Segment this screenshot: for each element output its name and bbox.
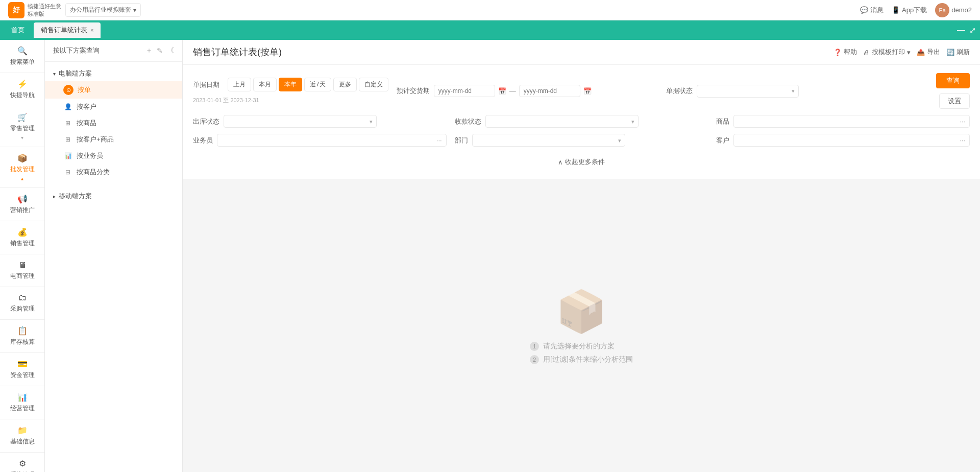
query-button[interactable]: 查询 bbox=[936, 73, 970, 88]
salesperson-more-icon: ··· bbox=[436, 136, 442, 144]
message-icon: 💬 bbox=[860, 6, 868, 14]
empty-tip-1: 1 请先选择要分析的方案 bbox=[530, 342, 633, 351]
scheme-item-by-salesperson[interactable]: 📊 按业务员 bbox=[45, 148, 182, 164]
user-menu[interactable]: Ea demo2 bbox=[935, 3, 972, 17]
top-bar: 好 畅捷通好生意 标准版 办公用品行业模拟账套 ▾ 💬 消息 📱 App下载 E… bbox=[0, 0, 980, 20]
customer-filter-input[interactable]: ··· bbox=[733, 134, 970, 147]
expected-date-end[interactable] bbox=[519, 85, 580, 97]
print-button[interactable]: 🖨 按模板打印 ▾ bbox=[863, 48, 911, 57]
sidebar-item-inventory[interactable]: 📋 库存核算 bbox=[0, 320, 44, 353]
date-btn-custom[interactable]: 自定义 bbox=[359, 78, 388, 91]
sidebar-item-search[interactable]: 🔍 搜索菜单 bbox=[0, 40, 44, 73]
download-icon: 📱 bbox=[892, 6, 900, 14]
filter-row-2: 出库状态 收款状态 商品 bbox=[193, 115, 970, 128]
date-btn-this-year[interactable]: 本年 bbox=[279, 78, 302, 91]
payment-status-select[interactable] bbox=[485, 115, 639, 128]
collapse-icon: ∧ bbox=[558, 158, 563, 166]
settings-button[interactable]: 设置 bbox=[939, 93, 970, 109]
logo-area: 好 畅捷通好生意 标准版 bbox=[8, 2, 61, 18]
refresh-button[interactable]: 🔄 刷新 bbox=[946, 48, 970, 57]
edit-scheme-button[interactable]: ✎ bbox=[157, 46, 163, 55]
scheme-item-by-customer-goods[interactable]: ⊞ 按客户+商品 bbox=[45, 131, 182, 148]
filter-area: 单据日期 上月 本月 本年 近7天 更多 自定义 2023-01-01 至 20… bbox=[183, 65, 980, 179]
app-download-button[interactable]: 📱 App下载 bbox=[892, 6, 927, 15]
collapse-btn-row: ∧ 收起更多条件 bbox=[193, 153, 970, 171]
mobile-schemes-group: ▸ 移动端方案 bbox=[45, 184, 182, 208]
add-scheme-button[interactable]: ＋ bbox=[145, 46, 153, 55]
left-panel-actions: ＋ ✎ 《 bbox=[145, 46, 174, 55]
collapse-panel-button[interactable]: 《 bbox=[167, 46, 174, 55]
filter-row-1: 单据日期 上月 本月 本年 近7天 更多 自定义 2023-01-01 至 20… bbox=[193, 73, 970, 109]
sidebar-item-wholesale[interactable]: 📦 批发管理 ▴ bbox=[0, 147, 44, 188]
export-button[interactable]: 📤 导出 bbox=[917, 48, 940, 57]
industry-selector[interactable]: 办公用品行业模拟账套 ▾ bbox=[65, 3, 141, 17]
system-icon: ⚙ bbox=[19, 459, 26, 468]
export-icon: 📤 bbox=[917, 49, 925, 56]
out-status-select[interactable] bbox=[224, 115, 377, 128]
tab-sales-order-stats[interactable]: 销售订单统计表 × bbox=[34, 22, 101, 38]
date-btn-7days[interactable]: 近7天 bbox=[304, 78, 331, 91]
scheme-item-by-order[interactable]: ⊙ 按单 bbox=[45, 81, 182, 99]
tip-2-text: 用[过滤]条件来缩小分析范围 bbox=[543, 355, 633, 364]
print-arrow-icon: ▾ bbox=[907, 49, 911, 56]
sidebar-item-ecommerce[interactable]: 🖥 电商管理 bbox=[0, 254, 44, 287]
message-button[interactable]: 💬 消息 bbox=[860, 6, 884, 15]
sidebar-item-marketing[interactable]: 📢 营销推广 bbox=[0, 188, 44, 221]
empty-tips: 1 请先选择要分析的方案 2 用[过滤]条件来缩小分析范围 bbox=[530, 342, 633, 364]
main-content: 销售订单统计表(按单) ❓ 帮助 🖨 按模板打印 ▾ 📤 导出 bbox=[183, 40, 980, 472]
department-select-wrap bbox=[472, 134, 625, 147]
sidebar-item-purchase[interactable]: 🗂 采购管理 bbox=[0, 287, 44, 320]
scheme-item-by-goods-category[interactable]: ⊟ 按商品分类 bbox=[45, 164, 182, 180]
sidebar-item-sales[interactable]: 💰 销售管理 bbox=[0, 221, 44, 254]
by-goods-icon: ⊞ bbox=[63, 119, 72, 128]
top-bar-right: 💬 消息 📱 App下载 Ea demo2 bbox=[860, 3, 972, 17]
expected-date-inputs: 📅 — 📅 bbox=[434, 85, 592, 97]
date-btn-more[interactable]: 更多 bbox=[333, 78, 357, 91]
department-select[interactable] bbox=[472, 134, 625, 147]
salesperson-filter-input[interactable]: ··· bbox=[217, 134, 447, 147]
goods-filter-input[interactable]: ··· bbox=[733, 115, 970, 128]
sidebar-item-basic[interactable]: 📁 基础信息 bbox=[0, 419, 44, 453]
minimize-button[interactable]: — bbox=[957, 26, 965, 35]
scheme-item-by-customer[interactable]: 👤 按客户 bbox=[45, 99, 182, 115]
sidebar-item-system[interactable]: ⚙ 系统管理 bbox=[0, 453, 44, 472]
collapse-button[interactable]: ∧ 收起更多条件 bbox=[558, 157, 605, 167]
mobile-schemes-group-title[interactable]: ▸ 移动端方案 bbox=[45, 188, 182, 204]
sidebar-item-finance[interactable]: 💳 资金管理 bbox=[0, 353, 44, 386]
tab-home[interactable]: 首页 bbox=[4, 22, 32, 38]
sidebar-item-quick-nav[interactable]: ⚡ 快捷导航 bbox=[0, 73, 44, 106]
expand-icon: ▾ bbox=[21, 135, 23, 140]
date-buttons: 上月 本月 本年 近7天 更多 自定义 bbox=[228, 78, 388, 91]
empty-state: 📦 1 请先选择要分析的方案 2 用[过滤]条件来缩小分析范围 bbox=[183, 179, 980, 472]
calendar-icon-2: 📅 bbox=[583, 87, 592, 95]
goods-more-icon: ··· bbox=[960, 117, 965, 125]
by-order-icon: ⊙ bbox=[63, 85, 74, 95]
date-btn-this-month[interactable]: 本月 bbox=[253, 78, 277, 91]
pc-schemes-group-title[interactable]: ▾ 电脑端方案 bbox=[45, 66, 182, 81]
expand-icon: ▸ bbox=[53, 194, 56, 199]
salesperson-col: 业务员 ··· bbox=[193, 134, 447, 147]
expand-icon: ▴ bbox=[21, 176, 23, 181]
tab-close-icon[interactable]: × bbox=[90, 27, 93, 33]
sales-icon: 💰 bbox=[17, 227, 28, 237]
maximize-button[interactable]: ⤢ bbox=[969, 26, 976, 35]
by-customer-goods-icon: ⊞ bbox=[63, 135, 72, 144]
tab-bar-right: — ⤢ bbox=[957, 26, 976, 35]
marketing-icon: 📢 bbox=[17, 194, 28, 204]
sidebar-item-retail[interactable]: 🛒 零售管理 ▾ bbox=[0, 106, 44, 147]
scheme-item-by-goods[interactable]: ⊞ 按商品 bbox=[45, 115, 182, 131]
logo-icon: 好 bbox=[8, 2, 24, 18]
expected-date-start[interactable] bbox=[434, 85, 495, 97]
by-salesperson-icon: 📊 bbox=[63, 151, 72, 160]
doc-status-select[interactable] bbox=[697, 85, 799, 98]
top-bar-left: 好 畅捷通好生意 标准版 办公用品行业模拟账套 ▾ bbox=[8, 2, 141, 18]
date-btn-last-month[interactable]: 上月 bbox=[228, 78, 251, 91]
tip-2-num: 2 bbox=[530, 355, 539, 364]
finance-icon: 💳 bbox=[17, 359, 28, 369]
filter-row-3: 业务员 ··· 部门 客户 bbox=[193, 134, 970, 147]
tip-1-text: 请先选择要分析的方案 bbox=[543, 342, 615, 351]
sidebar-item-operations[interactable]: 📊 经营管理 bbox=[0, 386, 44, 419]
out-status-col: 出库状态 bbox=[193, 115, 447, 128]
date-label: 单据日期 bbox=[193, 80, 224, 89]
help-button[interactable]: ❓ 帮助 bbox=[834, 48, 857, 57]
